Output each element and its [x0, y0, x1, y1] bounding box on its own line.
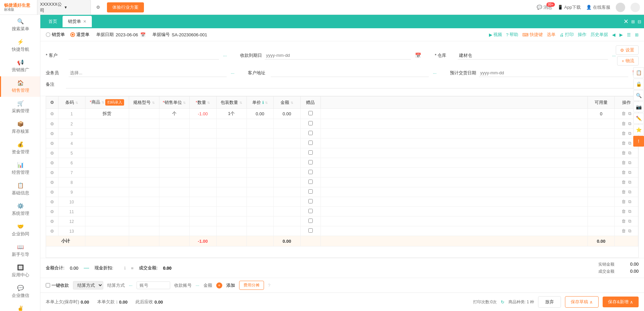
cell-gift[interactable]	[300, 119, 320, 129]
cell-settings[interactable]: ⚙	[46, 178, 58, 187]
sort-icon-amount[interactable]: ⇅	[291, 101, 293, 105]
delete-icon[interactable]: 🗑	[621, 209, 626, 214]
sidebar-item-member[interactable]: ✌ 畅会员	[0, 302, 40, 311]
tab-close-all-icon[interactable]: ✕	[623, 18, 629, 25]
float-icon-edit[interactable]: ✏️	[633, 113, 644, 124]
cell-settings[interactable]: ⚙	[46, 197, 58, 207]
col-settings-header[interactable]: ⚙	[46, 96, 58, 109]
copy-icon[interactable]: ⧉	[628, 141, 631, 146]
cell-gift[interactable]	[300, 178, 320, 187]
refresh-icon[interactable]: ↻	[501, 300, 504, 305]
sidebar-item-search[interactable]: 🔍 搜索菜单	[0, 15, 40, 35]
cell-gift[interactable]	[300, 226, 320, 236]
delete-icon[interactable]: 🗑	[621, 111, 626, 116]
cell-settings[interactable]: ⚙	[46, 139, 58, 148]
customer-input[interactable]	[69, 51, 219, 60]
cell-settings[interactable]: ⚙	[46, 168, 58, 178]
cell-settings[interactable]: ⚙	[46, 217, 58, 226]
scan-button[interactable]: 扫码录入	[105, 99, 124, 106]
cell-gift[interactable]	[300, 148, 320, 158]
addr-dots[interactable]: ···	[433, 71, 437, 76]
action-help[interactable]: ? 帮助	[506, 32, 518, 38]
save-new-button[interactable]: 保存&新增 ∧	[603, 297, 639, 307]
tab-layout-icon[interactable]: ⊞	[631, 19, 635, 24]
sidebar-item-inventory[interactable]: 📦 库存核算	[0, 117, 40, 138]
float-icon-lock[interactable]: 🔒	[633, 79, 644, 89]
cell-settings[interactable]: ⚙	[46, 129, 58, 139]
gear-icon[interactable]: ⚙	[93, 3, 103, 12]
warehouse-input[interactable]	[458, 51, 608, 60]
account-input[interactable]	[137, 281, 170, 289]
avatar[interactable]	[616, 3, 625, 12]
sort-icon-qty[interactable]: ⇅	[207, 101, 210, 105]
sort-icon[interactable]: ⇅	[75, 101, 78, 105]
sidebar-item-system[interactable]: ⚙️ 系统管理	[0, 199, 40, 220]
sidebar-item-marketing[interactable]: 📢 营销推广	[0, 56, 40, 76]
sort-icon-unit[interactable]: ⇅	[183, 101, 186, 105]
copy-icon[interactable]: ⧉	[628, 228, 631, 233]
float-icon-star[interactable]: ⭐	[633, 124, 644, 135]
cell-gift[interactable]	[300, 158, 320, 168]
cell-settings[interactable]: ⚙	[46, 119, 58, 129]
action-select[interactable]: 选单	[547, 32, 556, 38]
delete-icon[interactable]: 🗑	[621, 160, 626, 165]
view-grid-icon[interactable]: ⊞	[635, 32, 639, 37]
cell-gift[interactable]	[300, 168, 320, 178]
delete-icon[interactable]: 🗑	[621, 180, 626, 185]
delete-icon[interactable]: 🗑	[621, 131, 626, 136]
delete-icon[interactable]: 🗑	[621, 189, 626, 194]
copy-icon[interactable]: ⧉	[628, 199, 631, 204]
logistics-button[interactable]: + 物流	[617, 56, 639, 66]
trial-button[interactable]: 体验行业方案	[107, 2, 144, 12]
copy-icon[interactable]: ⧉	[628, 131, 631, 136]
message-button[interactable]: 💬 消息 99+	[537, 4, 552, 10]
float-icon-camera[interactable]: 📷	[633, 102, 644, 112]
cell-gift[interactable]	[300, 129, 320, 139]
warehouse-dots[interactable]: ···	[612, 53, 616, 58]
company-selector[interactable]: XXXXXX公司 ▾	[37, 0, 91, 15]
sidebar-item-basic[interactable]: 📋 基础信息	[0, 179, 40, 199]
tab-close-icon[interactable]: ✕	[83, 19, 86, 24]
sidebar-item-wechat[interactable]: 💬 企业微信	[0, 281, 40, 302]
copy-icon[interactable]: ⧉	[628, 160, 631, 165]
info-icon[interactable]: ℹ	[262, 100, 264, 105]
discard-button[interactable]: 放弃	[538, 296, 561, 308]
sidebar-item-purchase[interactable]: 🛒 采购管理	[0, 97, 40, 117]
info-icon-totals[interactable]: ℹ	[124, 266, 126, 271]
payment-calendar-icon[interactable]: 📅	[415, 52, 421, 59]
copy-icon[interactable]: ⧉	[628, 121, 631, 126]
delete-icon[interactable]: 🗑	[621, 219, 626, 224]
expense-button[interactable]: 费用分摊	[239, 281, 264, 290]
settings-button[interactable]: ⚙ 设置	[616, 45, 639, 55]
cell-settings[interactable]: ⚙	[46, 148, 58, 158]
tab-sales-order[interactable]: 销货单 ✕	[63, 16, 92, 27]
sidebar-item-shortcut[interactable]: ⚡ 快捷导航	[0, 35, 40, 56]
one-click-check[interactable]	[46, 283, 50, 287]
payment-method-select[interactable]: 结算方式	[73, 281, 103, 289]
save-draft-button[interactable]: 保存草稿 ∧	[565, 296, 599, 308]
customer-dots[interactable]: ···	[223, 53, 227, 58]
copy-icon[interactable]: ⧉	[628, 111, 631, 116]
cell-gift[interactable]	[300, 197, 320, 207]
remark-input[interactable]	[66, 80, 639, 88]
sort-icon-spec[interactable]: ⇅	[152, 101, 155, 105]
copy-icon[interactable]: ⧉	[628, 219, 631, 224]
app-download-button[interactable]: 📱 App下载	[558, 4, 581, 10]
action-shortcut[interactable]: ⌨ 快捷键	[522, 32, 543, 38]
arrears-info-icon[interactable]: ℹ	[116, 300, 118, 305]
salesperson-dots[interactable]: ···	[231, 71, 234, 76]
sidebar-item-operation[interactable]: 📊 经营管理	[0, 158, 40, 179]
payment-dots[interactable]: ···	[129, 283, 132, 288]
sort-icon-pack[interactable]: ⇅	[239, 101, 242, 105]
radio-return[interactable]: 退货单	[70, 32, 89, 38]
action-history[interactable]: 历史单据	[591, 32, 608, 38]
customer-addr-input[interactable]	[271, 69, 429, 77]
tab-grid-icon[interactable]: ⊟	[638, 19, 641, 24]
cell-gift[interactable]	[300, 217, 320, 226]
copy-icon[interactable]: ⧉	[628, 150, 631, 155]
sort-icon-price[interactable]: ⇅	[265, 101, 268, 105]
float-icon-zoom[interactable]: 🔍	[633, 90, 644, 101]
action-print[interactable]: 🖨 打印	[560, 32, 574, 38]
account-dots[interactable]: ···	[196, 283, 199, 288]
delete-icon[interactable]: 🗑	[621, 170, 626, 175]
